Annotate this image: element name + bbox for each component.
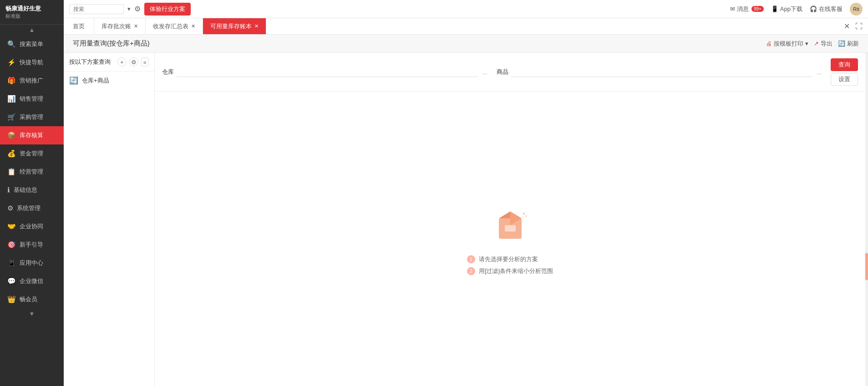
sidebar-item-企业微信[interactable]: 💬企业微信 [0,272,64,290]
scheme-label-0: 仓库+商品 [82,77,109,85]
sidebar-item-库存核算[interactable]: 📦库存核算 [0,126,64,144]
tab-close-3[interactable]: ✕ [254,23,259,29]
tip-num-1: 1 [467,255,475,263]
tabbar: 首页库存批次账✕收发存汇总表✕可用量库存账本✕ ✕ ⛶ [64,18,868,35]
sidebar-item-系统管理[interactable]: ⚙系统管理 [0,199,64,217]
close-tab-btn[interactable]: ✕ [842,20,852,32]
tip-text-2: 用[过滤]条件来缩小分析范围 [479,267,553,275]
sidebar-item-搜索菜单[interactable]: 🔍搜索菜单 [0,35,64,53]
sidebar-icon-4: 🛒 [7,113,16,121]
sidebar-item-经营管理[interactable]: 📋经营管理 [0,163,64,181]
sidebar-item-销售管理[interactable]: 📊销售管理 [0,90,64,108]
tab-label-1: 库存批次账 [102,22,131,31]
tab-label-0: 首页 [73,22,85,31]
tab-label-2: 收发存汇总表 [153,22,188,31]
sidebar-label-0: 搜索菜单 [20,40,43,48]
left-panel-header: 按以下方案查询 + ⚙ « [64,53,154,72]
sidebar-label-8: 基础信息 [14,186,37,194]
tab-close-1[interactable]: ✕ [134,23,138,29]
sidebar-item-资金管理[interactable]: 💰资金管理 [0,144,64,163]
sidebar-item-基础信息[interactable]: ℹ基础信息 [0,181,64,199]
right-panel: 仓库 ... 商品 ... 查询 设置 [155,53,865,386]
industry-btn[interactable]: 体验行业方案 [144,3,191,15]
online-service-item[interactable]: 🎧 在线客服 [810,5,843,13]
warehouse-dots-btn[interactable]: ... [481,69,489,76]
sidebar-item-采购管理[interactable]: 🛒采购管理 [0,108,64,126]
sidebar-scroll-down[interactable]: ▼ [0,309,64,319]
tab-可用量库存账本[interactable]: 可用量库存账本✕ [203,18,266,34]
sidebar-label-1: 快捷导航 [20,58,43,67]
left-panel-header-actions: + ⚙ « [117,57,149,67]
sidebar-icon-7: 📋 [7,168,16,176]
topbar-settings-icon[interactable]: ⚙ [134,5,141,13]
app-download-item[interactable]: 📱 App下载 [771,5,802,13]
empty-tip-2: 2 用[过滤]条件来缩小分析范围 [467,267,553,275]
sidebar-label-9: 系统管理 [17,204,41,212]
svg-point-5 [525,216,527,217]
message-item[interactable]: ✉ 消息 99+ [730,5,764,13]
goods-dots-btn[interactable]: ... [815,69,823,76]
tab-label-3: 可用量库存账本 [210,22,252,31]
mobile-icon: 📱 [771,5,778,12]
query-btn[interactable]: 查询 [831,58,858,71]
export-icon: ↗ [814,40,819,47]
sidebar-item-畅会员[interactable]: 👑畅会员 [0,290,64,309]
sidebar-label-14: 畅会员 [20,295,37,304]
tab-首页[interactable]: 首页 [64,18,94,34]
goods-input[interactable] [511,67,812,77]
dropdown-chevron-icon[interactable]: ▾ [127,5,131,12]
add-scheme-btn[interactable]: + [117,57,127,67]
refresh-label: 刷新 [847,40,859,48]
sidebar-label-5: 库存核算 [20,131,43,139]
sidebar-label-4: 采购管理 [20,113,43,121]
empty-tips: 1 请先选择要分析的方案 2 用[过滤]条件来缩小分析范围 [467,255,553,275]
sidebar-icon-6: 💰 [7,149,16,158]
topbar-right: ✉ 消息 99+ 📱 App下载 🎧 在线客服 Rit [730,3,863,15]
user-name: Rit [853,6,859,12]
print-action[interactable]: 🖨 按模板打印 ▾ [766,40,808,48]
print-dropdown-icon[interactable]: ▾ [805,40,808,47]
page-header-actions: 🖨 按模板打印 ▾ ↗ 导出 🔄 刷新 [766,40,859,48]
sidebar-icon-0: 🔍 [7,40,16,48]
page-header: 可用量查询(按仓库+商品) 🖨 按模板打印 ▾ ↗ 导出 🔄 刷新 [64,35,868,53]
refresh-action[interactable]: 🔄 刷新 [838,40,859,48]
tab-actions: ✕ ⛶ [842,20,868,32]
sidebar-item-新手引导[interactable]: 🎯新手引导 [0,236,64,254]
search-input[interactable] [69,4,124,14]
message-label: 消息 [737,5,749,13]
tab-close-2[interactable]: ✕ [191,23,195,29]
svg-point-6 [523,216,523,217]
right-scrollbar[interactable] [865,53,868,386]
tab-库存批次账[interactable]: 库存批次账✕ [94,18,146,34]
sidebar: 畅康通好生意 标准版 ▲ 🔍搜索菜单⚡快捷导航🎁营销推广📊销售管理🛒采购管理📦库… [0,0,64,386]
app-title: 畅康通好生意 [5,5,58,13]
scheme-settings-btn[interactable]: ⚙ [129,57,138,67]
sidebar-icon-9: ⚙ [7,204,13,212]
sidebar-item-企业协同[interactable]: 🤝企业协同 [0,217,64,236]
maximize-btn[interactable]: ⛶ [853,21,864,32]
sidebar-icon-2: 🎁 [7,77,16,85]
app-version: 标准版 [5,13,58,20]
export-label: 导出 [821,40,832,48]
online-service-label: 在线客服 [819,5,843,13]
sidebar-icon-13: 💬 [7,277,16,285]
avatar[interactable]: Rit [850,3,863,15]
warehouse-label: 仓库 [162,68,174,76]
svg-point-4 [523,213,525,215]
sidebar-item-营销推广[interactable]: 🎁营销推广 [0,72,64,90]
export-action[interactable]: ↗ 导出 [814,40,832,48]
scheme-item-0[interactable]: 🔄仓库+商品 [64,72,154,89]
empty-tip-1: 1 请先选择要分析的方案 [467,255,553,263]
sidebar-scroll-up[interactable]: ▲ [0,25,64,35]
settings-btn[interactable]: 设置 [831,73,858,86]
collapse-btn[interactable]: « [141,57,149,67]
sidebar-item-快捷导航[interactable]: ⚡快捷导航 [0,53,64,72]
left-panel: 按以下方案查询 + ⚙ « 🔄仓库+商品 [64,53,155,386]
tip-text-1: 请先选择要分析的方案 [479,255,538,263]
warehouse-input[interactable] [177,67,478,77]
tab-收发存汇总表[interactable]: 收发存汇总表✕ [146,18,203,34]
sidebar-item-应用中心[interactable]: 📱应用中心 [0,254,64,272]
sidebar-label-11: 新手引导 [20,241,43,249]
scrollbar-thumb[interactable] [865,253,868,280]
sidebar-icon-3: 📊 [7,95,16,103]
